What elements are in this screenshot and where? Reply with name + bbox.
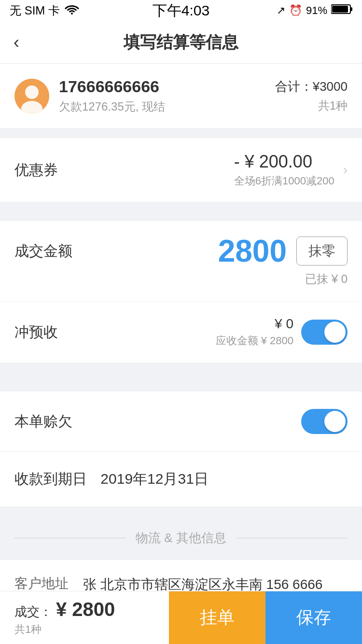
bottom-deal-label: 成交： [14,603,52,620]
amount-sub: 已抹 ¥ 0 [14,271,348,287]
bottom-bar: 成交： ¥ 2800 共1种 挂单 保存 [0,591,362,644]
round-button[interactable]: 抹零 [296,237,348,266]
credit-section: 本单赊欠 收款到期日 2019年12月31日 [0,392,362,506]
amount-label: 成交金额 [14,241,72,261]
coupon-right: - ¥ 200.00 全场6折满1000减200 › [234,152,348,188]
status-right: ↗ ⏰ 91% [277,4,352,17]
svg-point-4 [25,85,39,99]
coupon-desc: 全场6折满1000减200 [234,174,334,188]
location-icon: ↗ [277,4,285,17]
bottom-amount: ¥ 2800 [56,599,115,620]
logistics-title: 物流 & 其他信息 [126,530,236,546]
customer-total: 合计：¥3000 共1种 [275,78,348,113]
credit-toggle[interactable] [301,409,348,434]
credit-row: 本单赊欠 [0,392,362,451]
coupon-card[interactable]: 优惠券 - ¥ 200.00 全场6折满1000减200 › [0,138,362,202]
due-date-label: 收款到期日 [14,471,87,487]
status-left: 无 SIM 卡 [10,3,79,18]
prepaid-row: 冲预收 ¥ 0 应收金额 ¥ 2800 [14,316,348,348]
back-button[interactable]: ‹ [14,32,19,53]
coupon-discount: - ¥ 200.00 [234,152,334,172]
section-divider-1 [0,211,362,221]
nav-bar: ‹ 填写结算等信息 [0,21,362,64]
total-label: 合计：¥3000 [275,78,348,95]
content: 17666666666 欠款1276.35元, 现结 合计：¥3000 共1种 … [0,64,362,644]
coupon-label: 优惠券 [14,160,58,180]
logistics-line-left [14,538,126,538]
sim-status: 无 SIM 卡 [10,3,60,18]
prepaid-section: 冲预收 ¥ 0 应收金额 ¥ 2800 [0,301,362,363]
avatar [14,79,49,113]
total-count: 共1种 [275,98,348,113]
prepaid-right: ¥ 0 应收金额 ¥ 2800 [216,316,348,348]
toggle-knob [324,322,346,343]
coupon-chevron-icon: › [343,162,348,178]
customer-card: 17666666666 欠款1276.35元, 现结 合计：¥3000 共1种 [0,64,362,128]
battery-icon [331,4,352,17]
customer-left: 17666666666 欠款1276.35元, 现结 [14,77,165,114]
due-date-row: 收款到期日 2019年12月31日 [0,451,362,506]
due-date-value: 2019年12月31日 [100,471,208,487]
amount-section: 成交金额 2800 抹零 已抹 ¥ 0 [0,221,362,301]
prepaid-amount: ¥ 0 [216,316,293,332]
page-title: 填写结算等信息 [124,31,238,54]
amount-row: 成交金额 2800 抹零 [14,236,348,266]
amount-value: 2800 [218,236,287,266]
battery-text: 91% [306,4,327,17]
bottom-count: 共1种 [14,622,154,637]
wifi-icon [65,4,79,17]
credit-toggle-knob [324,411,346,432]
svg-rect-2 [332,6,348,13]
credit-label: 本单赊欠 [14,412,72,432]
logistics-line-right [236,538,348,538]
customer-info: 17666666666 欠款1276.35元, 现结 [59,77,165,114]
prepaid-toggle[interactable] [301,320,348,345]
prepaid-value: ¥ 0 应收金额 ¥ 2800 [216,316,293,348]
hang-button[interactable]: 挂单 [169,591,265,644]
save-button[interactable]: 保存 [265,591,362,644]
status-time: 下午4:03 [153,1,209,21]
bottom-deal-row: 成交： ¥ 2800 [14,599,154,620]
customer-sub: 欠款1276.35元, 现结 [59,99,165,114]
bottom-info: 成交： ¥ 2800 共1种 [0,599,169,637]
prepaid-sub: 应收金额 ¥ 2800 [216,334,293,348]
amount-right: 2800 抹零 [218,236,348,266]
status-bar: 无 SIM 卡 下午4:03 ↗ ⏰ 91% [0,0,362,21]
section-divider-2 [0,372,362,382]
prepaid-label: 冲预收 [14,322,58,342]
address-label: 客户地址 [14,574,69,593]
coupon-info: - ¥ 200.00 全场6折满1000减200 [234,152,334,188]
svg-rect-1 [350,7,352,11]
logistics-header: 物流 & 其他信息 [0,516,362,560]
customer-phone: 17666666666 [59,77,165,96]
alarm-icon: ⏰ [289,4,302,17]
